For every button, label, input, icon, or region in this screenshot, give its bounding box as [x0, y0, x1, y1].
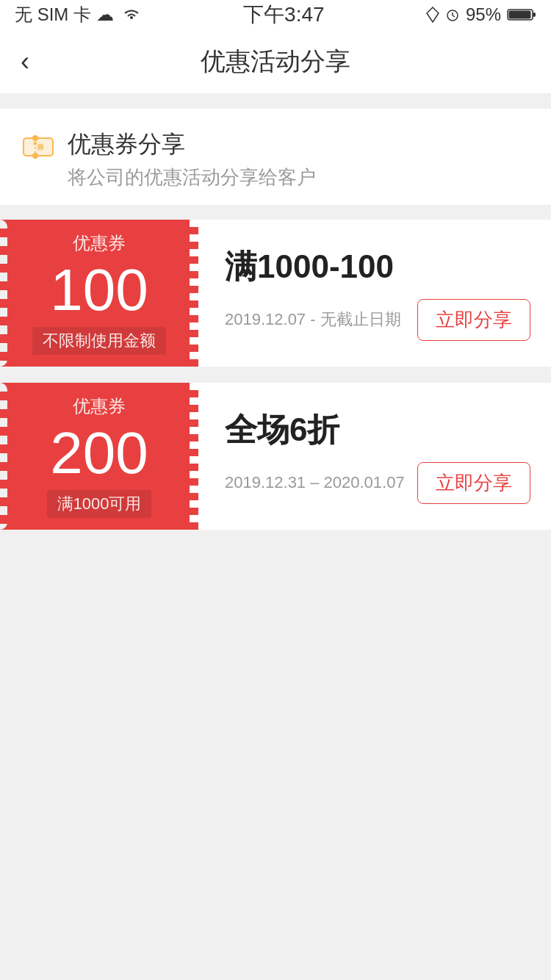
- coupon-condition-2: 满1000可用: [47, 490, 152, 518]
- coupon-right-1: 满1000-100 2019.12.07 - 无截止日期 立即分享: [198, 220, 551, 367]
- coupon-left-2: 优惠券 200 满1000可用: [0, 383, 198, 530]
- coupon-divider: [0, 368, 551, 383]
- svg-point-10: [32, 153, 38, 159]
- coupon-condition-1: 不限制使用金额: [32, 327, 166, 355]
- svg-text:券: 券: [36, 143, 45, 151]
- share-button-2[interactable]: 立即分享: [417, 462, 530, 504]
- signal-text: 无 SIM 卡 ☁: [15, 3, 114, 26]
- svg-point-9: [32, 135, 38, 141]
- status-time: 下午3:47: [243, 1, 325, 29]
- page-title: 优惠活动分享: [201, 45, 350, 79]
- svg-line-2: [453, 15, 455, 17]
- coupon-name-1: 满1000-100: [225, 245, 530, 289]
- status-bar: 无 SIM 卡 ☁ 下午3:47 95%: [0, 0, 551, 29]
- section-subtitle: 将公司的优惠活动分享给客户: [68, 165, 316, 190]
- coupon-date-2: 2019.12.31 – 2020.01.07: [225, 473, 405, 492]
- back-button[interactable]: ‹: [21, 46, 29, 77]
- location-icon: [426, 7, 439, 23]
- coupon-amount-2: 200: [50, 424, 148, 483]
- coupon-right-2: 全场6折 2019.12.31 – 2020.01.07 立即分享: [198, 383, 551, 530]
- coupon-left-1: 优惠券 100 不限制使用金额: [0, 220, 198, 367]
- coupon-icon: 券: [21, 129, 56, 165]
- coupon-date-1: 2019.12.07 - 无截止日期: [225, 309, 401, 331]
- coupon-card-2: 优惠券 200 满1000可用 全场6折 2019.12.31 – 2020.0…: [0, 383, 551, 530]
- wifi-icon: [121, 7, 142, 22]
- section-title: 优惠券分享: [68, 129, 316, 160]
- coupon-card-1: 优惠券 100 不限制使用金额 满1000-100 2019.12.07 - 无…: [0, 220, 551, 367]
- coupon-bottom-1: 2019.12.07 - 无截止日期 立即分享: [225, 299, 530, 341]
- battery-icon: [507, 7, 536, 22]
- section-header: 券 优惠券分享 将公司的优惠活动分享给客户: [0, 109, 551, 205]
- status-right: 95%: [426, 4, 536, 25]
- share-button-1[interactable]: 立即分享: [417, 299, 530, 341]
- coupon-list: 优惠券 100 不限制使用金额 满1000-100 2019.12.07 - 无…: [0, 220, 551, 531]
- coupon-bottom-2: 2019.12.31 – 2020.01.07 立即分享: [225, 462, 530, 504]
- svg-rect-4: [533, 12, 536, 17]
- nav-bar: ‹ 优惠活动分享: [0, 29, 551, 94]
- coupon-label-1: 优惠券: [73, 231, 126, 255]
- section-text: 优惠券分享 将公司的优惠活动分享给客户: [68, 129, 316, 190]
- coupon-amount-1: 100: [50, 261, 148, 320]
- alarm-icon: [445, 7, 460, 22]
- battery-text: 95%: [466, 4, 501, 25]
- status-left: 无 SIM 卡 ☁: [15, 3, 142, 26]
- svg-rect-5: [509, 11, 531, 19]
- coupon-label-2: 优惠券: [73, 394, 126, 418]
- coupon-name-2: 全场6折: [225, 408, 530, 452]
